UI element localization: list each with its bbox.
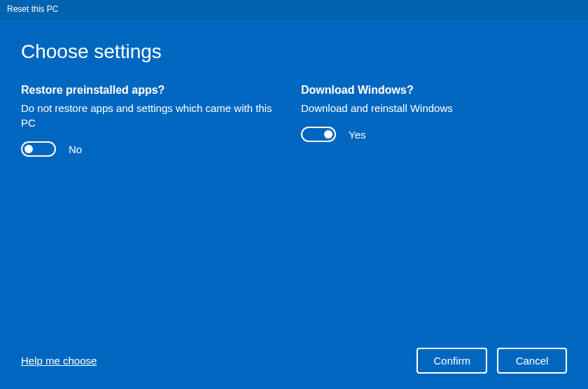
cancel-button[interactable]: Cancel (497, 348, 567, 374)
dialog-footer: Help me choose Confirm Cancel (21, 348, 567, 374)
option-download-windows: Download Windows? Download and reinstall… (301, 84, 567, 157)
option-restore-heading: Restore preinstalled apps? (21, 84, 287, 97)
window-title: Reset this PC (0, 0, 588, 21)
restore-toggle[interactable] (21, 141, 56, 157)
toggle-knob-icon (324, 130, 332, 139)
option-restore-toggle-row: No (21, 141, 287, 157)
confirm-button[interactable]: Confirm (416, 348, 487, 374)
restore-toggle-label: No (69, 143, 82, 155)
option-download-description: Download and reinstall Windows (301, 101, 567, 115)
download-toggle[interactable] (301, 127, 336, 142)
help-me-choose-link[interactable]: Help me choose (21, 355, 97, 367)
option-restore-apps: Restore preinstalled apps? Do not restor… (21, 84, 287, 157)
option-download-heading: Download Windows? (301, 84, 567, 97)
page-title: Choose settings (21, 41, 567, 63)
option-restore-description: Do not restore apps and settings which c… (21, 101, 287, 130)
toggle-knob-icon (24, 145, 33, 153)
download-toggle-label: Yes (349, 129, 365, 141)
dialog-content: Choose settings Restore preinstalled app… (0, 21, 588, 389)
option-download-toggle-row: Yes (301, 127, 567, 142)
button-group: Confirm Cancel (416, 348, 567, 374)
options-grid: Restore preinstalled apps? Do not restor… (21, 84, 567, 157)
